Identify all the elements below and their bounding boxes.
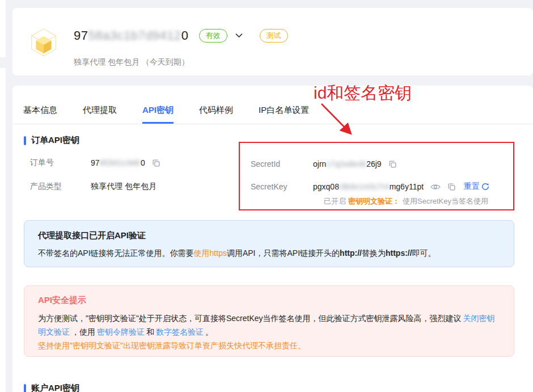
info-box-body: 不带签名的API链接将无法正常使用。你需要使用https调用API，只需将API…: [38, 247, 500, 260]
product-type-row: 产品类型 独享代理 包年包月: [30, 182, 156, 192]
liability-notice: 坚持使用"密钥明文验证"出现密钥泄露导致订单资产损失快代理不承担责任。: [38, 341, 306, 350]
info-box-title: 代理提取接口已开启API验证: [38, 230, 500, 241]
secret-key-highlight-box: SecretId ojrnc7q2w8e4k26j9 SecretKey pgx…: [239, 142, 514, 210]
copy-icon[interactable]: [388, 160, 397, 168]
order-number-row: 订单号 978f2k61c9d00: [30, 158, 160, 168]
section-accent-bar: [24, 384, 26, 392]
tab-basic-info[interactable]: 基本信息: [23, 105, 57, 124]
account-key-section-title: 账户API密钥: [24, 383, 79, 392]
annotation-arrow: [316, 99, 362, 142]
refresh-icon: [481, 183, 489, 191]
order-subtitle: 独享代理 包年包月 （今天到期）: [74, 57, 189, 68]
token-verify-link[interactable]: 密钥令牌验证: [97, 327, 145, 336]
left-panel-notch: [0, 57, 6, 68]
copy-icon[interactable]: [152, 159, 160, 167]
masked-secret-key: t3b9x1m5z7r4: [339, 182, 390, 191]
masked-order-digits: 58a3c1b7d9412: [88, 28, 181, 43]
secret-key-value: pgxq08t3b9x1m5z7r4mg6y11pt: [313, 182, 424, 191]
secret-key-row: SecretKey pgxq08t3b9x1m5z7r4mg6y11pt 重置: [251, 182, 489, 192]
api-key-card: 基本信息 代理提取 API密钥 代码样例 IP白名单设置 订单API密钥 订单号…: [12, 86, 533, 392]
tab-bar: 基本信息 代理提取 API密钥 代码样例 IP白名单设置: [12, 86, 533, 124]
plain-verify-highlight: 密钥明文验证：: [348, 197, 400, 205]
chevron-down-icon[interactable]: [235, 33, 243, 38]
use-https-link[interactable]: 使用https: [194, 248, 227, 258]
tab-code-samples[interactable]: 代码样例: [199, 105, 233, 124]
secret-id-row: SecretId ojrnc7q2w8e4k26j9: [251, 159, 397, 168]
warning-box-body: 为方便测试，"密钥明文验证"处于开启状态，可直接将SecretKey当作签名使用…: [38, 311, 500, 352]
tab-proxy-extract[interactable]: 代理提取: [83, 105, 117, 124]
tab-ip-whitelist[interactable]: IP白名单设置: [259, 105, 309, 124]
api-verification-info-box: 代理提取接口已开启API验证 不带签名的API链接将无法正常使用。你需要使用ht…: [24, 220, 514, 267]
order-key-section-title: 订单API密钥: [24, 135, 79, 146]
masked-secret-id: c7q2w8e4k: [326, 159, 366, 168]
tab-api-key[interactable]: API密钥: [142, 105, 174, 124]
section-accent-bar: [24, 136, 26, 145]
order-title: 9758a3c1b7d94120: [74, 28, 189, 43]
plain-key-note: 已开启密钥明文验证：使用SecretKey当签名使用: [324, 196, 488, 206]
signature-verify-link[interactable]: 数字签名验证: [156, 327, 204, 336]
order-header-card: 9758a3c1b7d94120 有效 测试 独享代理 包年包月 （今天到期）: [12, 8, 533, 75]
warning-box-title: API安全提示: [38, 295, 500, 306]
env-badge: 测试: [260, 29, 288, 43]
status-badge: 有效: [199, 29, 227, 43]
secret-id-value: ojrnc7q2w8e4k26j9: [313, 159, 382, 168]
api-security-warning-box: API安全提示 为方便测试，"密钥明文验证"处于开启状态，可直接将SecretK…: [24, 285, 514, 357]
order-number-value: 978f2k61c9d00: [91, 158, 145, 167]
cube-icon: [27, 27, 60, 60]
eye-icon[interactable]: [430, 183, 441, 191]
reset-key-button[interactable]: 重置: [464, 182, 489, 192]
masked-order-number: 8f2k61c9d0: [100, 158, 141, 167]
copy-icon[interactable]: [447, 183, 456, 191]
